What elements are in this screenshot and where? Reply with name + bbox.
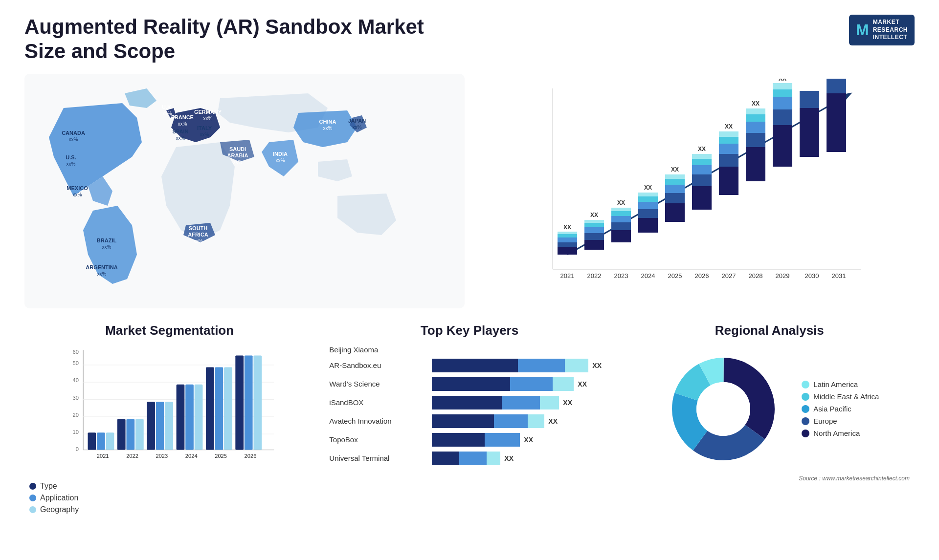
europe-label: Europe [813,417,837,425]
svg-text:xx%: xx% [233,159,243,165]
svg-text:XX: XX [590,212,598,218]
svg-rect-128 [156,402,164,450]
player-bar-isandbox-bar [432,396,559,409]
svg-text:xx%: xx% [69,137,78,142]
svg-rect-64 [665,174,685,179]
mea-label: Middle East & Africa [813,392,879,401]
svg-rect-135 [206,367,214,450]
svg-rect-48 [611,230,631,242]
legend-europe: Europe [802,417,879,425]
svg-text:2027: 2027 [722,272,736,280]
bar-seg3 [540,396,559,409]
svg-rect-54 [638,218,658,233]
svg-text:10: 10 [73,429,79,435]
svg-text:xx%: xx% [102,244,112,250]
bar-seg3 [528,414,545,428]
player-bar-universal-bar [432,452,500,465]
bar-seg2 [485,433,520,447]
svg-rect-42 [584,240,604,250]
svg-text:GERMANY: GERMANY [194,109,222,115]
type-label: Type [40,482,57,491]
player-row-beijing: Beijing Xiaoma [329,345,609,354]
bar-seg1 [432,414,494,428]
segmentation-legend: Type Application Geography [29,482,310,514]
svg-text:2021: 2021 [560,272,575,280]
world-map-section: CANADA xx% U.S. xx% MEXICO xx% BRAZIL xx… [24,74,465,308]
svg-text:XX: XX [779,79,786,82]
segmentation-chart-svg: 0 10 20 30 40 50 60 2021 [29,345,310,473]
svg-text:0: 0 [76,446,79,452]
svg-rect-56 [638,202,658,209]
svg-rect-140 [245,355,253,450]
player-row-isandbox: iSandBOX XX [329,396,609,409]
player-xx-isandbox: XX [563,399,572,407]
player-name-wards: Ward’s Science [329,380,427,388]
svg-rect-85 [773,109,792,125]
svg-text:INDIA: INDIA [273,151,288,157]
svg-rect-88 [773,83,792,89]
logo-area: M MARKET RESEARCH INTELLECT [849,15,915,45]
svg-rect-72 [719,167,738,195]
bar-seg2 [459,452,487,465]
svg-text:xx%: xx% [276,158,285,163]
logo-box: M MARKET RESEARCH INTELLECT [849,15,915,45]
svg-text:xx%: xx% [200,132,209,137]
europe-dot [802,417,809,425]
svg-rect-46 [584,220,604,223]
asia-pacific-label: Asia Pacific [813,405,851,413]
svg-text:xx%: xx% [163,111,172,116]
geography-label: Geography [40,505,79,514]
svg-text:2023: 2023 [156,453,168,459]
svg-text:xx%: xx% [97,271,107,277]
svg-rect-74 [719,144,738,154]
player-bar-universal: XX [432,452,609,465]
svg-text:XX: XX [725,123,733,130]
svg-rect-43 [584,233,604,240]
bar-seg3 [487,452,500,465]
svg-rect-49 [611,222,631,230]
svg-rect-39 [558,234,577,237]
svg-rect-76 [719,131,738,137]
legend-type: Type [29,482,310,491]
svg-rect-51 [611,211,631,216]
svg-text:xx%: xx% [194,238,203,244]
svg-rect-119 [88,432,96,450]
svg-text:XX: XX [698,146,706,152]
svg-text:ITALY: ITALY [197,125,212,131]
legend-mea: Middle East & Africa [802,392,879,401]
legend-asia-pacific: Asia Pacific [802,405,879,413]
player-name-universal: Universal Terminal [329,454,427,462]
growth-chart-section: XX XX XX XX [474,74,915,308]
bar-seg2 [494,414,528,428]
svg-rect-79 [746,133,765,147]
svg-text:2025: 2025 [215,453,227,459]
player-xx-universal: XX [504,454,514,462]
donut-center [696,382,750,436]
svg-rect-121 [106,432,114,450]
svg-text:xx%: xx% [353,125,362,130]
svg-text:XX: XX [617,199,625,206]
svg-text:60: 60 [73,348,79,354]
legend-application: Application [29,494,310,502]
svg-rect-61 [665,193,685,203]
svg-rect-45 [584,223,604,227]
svg-rect-123 [117,419,126,450]
svg-text:xx%: xx% [203,116,213,121]
svg-text:CHINA: CHINA [319,119,336,125]
player-name-isandbox: iSandBOX [329,398,427,407]
svg-rect-66 [692,186,712,210]
svg-text:2031: 2031 [832,272,846,280]
svg-rect-139 [235,355,244,450]
svg-text:20: 20 [73,412,79,418]
svg-text:FRANCE: FRANCE [171,114,194,120]
player-xx-wards: XX [578,380,587,388]
logo-text: MARKET RESEARCH INTELLECT [873,19,908,42]
svg-text:50: 50 [73,360,79,366]
type-dot [29,483,36,490]
svg-text:ARGENTINA: ARGENTINA [86,264,117,270]
page-container: Augmented Reality (AR) Sandbox Market Si… [0,0,939,560]
legend-geography: Geography [29,505,310,514]
svg-text:SAUDI: SAUDI [229,146,246,152]
svg-rect-93 [827,79,846,93]
player-xx-avatech: XX [548,417,558,425]
